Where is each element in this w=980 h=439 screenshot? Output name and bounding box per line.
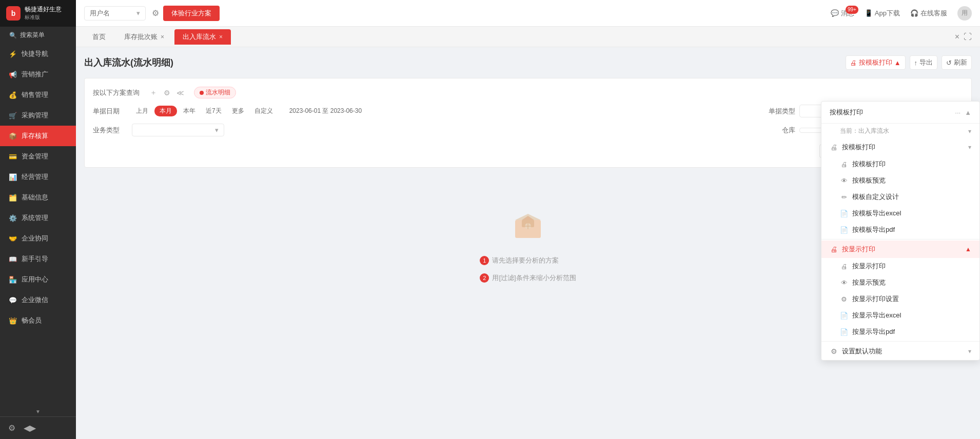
sidebar-item-inventory[interactable]: 📦 库存核算: [0, 126, 76, 146]
display-print-group-arrow-icon: ▲: [965, 246, 971, 253]
sub-template-excel-label: 按模板导出excel: [852, 209, 901, 218]
dropdown-display-preview[interactable]: 👁 按显示预览: [821, 274, 979, 291]
sidebar-item-guide[interactable]: 📖 新手引导: [0, 249, 76, 269]
app-download-btn[interactable]: 📱 App下载: [865, 9, 900, 18]
dropdown-header: 按模板打印 ··· ▲: [821, 102, 979, 124]
sidebar-item-finance[interactable]: 💳 资金管理: [0, 146, 76, 167]
sidebar-nav: ⚡ 快捷导航 📢 营销推广 💰 销售管理 🛒 采购管理 📦 库存核算 💳 资金管…: [0, 44, 76, 406]
sidebar-item-operation[interactable]: 📊 经营管理: [0, 167, 76, 187]
main-area: 用户名 ▾ ⚙ 体验行业方案 💬 消息 99+ 📱 App下载 🎧 在线客服 用: [76, 0, 980, 439]
biz-type-label: 业务类型: [93, 126, 124, 135]
sidebar-item-sales[interactable]: 💰 销售管理: [0, 85, 76, 105]
settings-icon[interactable]: ⚙: [8, 423, 15, 433]
message-btn[interactable]: 💬 消息 99+: [831, 9, 854, 18]
tab-flow-close-icon[interactable]: ×: [219, 33, 223, 41]
window-expand-icon[interactable]: ⛶: [964, 32, 972, 42]
tab-home[interactable]: 首页: [84, 29, 114, 45]
sidebar-item-basics[interactable]: 🗂️ 基础信息: [0, 187, 76, 208]
date-tab-last-month[interactable]: 上月: [132, 106, 152, 116]
operation-label: 经营管理: [22, 172, 48, 182]
dropdown-header-controls: ··· ▲: [955, 109, 971, 116]
user-avatar[interactable]: 用: [957, 6, 972, 21]
app-company-name: 畅捷通好生意: [25, 6, 62, 14]
date-tab-custom[interactable]: 自定义: [250, 106, 277, 116]
wechat-label: 企业微信: [22, 295, 48, 305]
window-close-icon[interactable]: ×: [955, 32, 959, 42]
sidebar-item-system[interactable]: ⚙️ 系统管理: [0, 208, 76, 228]
user-select-chevron-icon: ▾: [136, 9, 140, 17]
sidebar-item-purchase[interactable]: 🛒 采购管理: [0, 105, 76, 126]
sidebar-item-collab[interactable]: 🤝 企业协同: [0, 228, 76, 249]
template-print-group-header[interactable]: 🖨 按模板打印 ▾: [821, 138, 979, 156]
search-menu-item[interactable]: 🔍 搜索菜单: [0, 27, 76, 44]
finance-label: 资金管理: [22, 152, 48, 161]
sub-display-pdf-label: 按显示导出pdf: [852, 327, 895, 336]
refresh-btn[interactable]: ↺ 刷新: [942, 55, 972, 70]
sidebar-item-wechat[interactable]: 💬 企业微信: [0, 290, 76, 310]
dropdown-template-excel[interactable]: 📄 按模板导出excel: [821, 205, 979, 222]
topbar-gear-icon[interactable]: ⚙: [152, 8, 159, 18]
collapse-sidebar-icon[interactable]: ◀▶: [24, 423, 36, 433]
system-icon: ⚙️: [8, 213, 17, 223]
sidebar: b 畅捷通好生意 标准版 🔍 搜索菜单 ⚡ 快捷导航 📢 营销推广 💰 销售管理…: [0, 0, 76, 439]
sidebar-item-appstore[interactable]: 🏪 应用中心: [0, 269, 76, 290]
add-filter-btns: ＋ ⚙ ≪: [148, 87, 186, 98]
display-print-group-header[interactable]: 🖨 按显示打印 ▲: [821, 241, 979, 258]
dropdown-set-default[interactable]: ⚙ 设置默认功能 ▾: [821, 343, 979, 360]
doc-type-label: 单据类型: [769, 107, 795, 116]
template-print-group-label: 按模板打印: [842, 143, 964, 152]
dropdown-template-print[interactable]: 🖨 按模板打印: [821, 156, 979, 172]
online-service-label: 在线客服: [920, 9, 947, 18]
hint2-num: 2: [480, 273, 489, 283]
display-print-group-icon: 🖨: [830, 245, 838, 253]
tab-flow[interactable]: 出入库流水 ×: [174, 29, 231, 45]
trial-btn[interactable]: 体验行业方案: [163, 6, 220, 21]
dropdown-up-icon[interactable]: ▲: [965, 109, 971, 116]
quick-nav-label: 快捷导航: [22, 49, 48, 58]
sidebar-scroll-down[interactable]: ▼: [0, 406, 76, 416]
filter-collapse-icon[interactable]: ≪: [174, 87, 186, 98]
online-service-btn[interactable]: 🎧 在线客服: [910, 9, 947, 18]
page-title: 出入库流水(流水明细): [84, 56, 173, 69]
date-range-display: 2023-06-01 至 2023-06-30: [289, 107, 362, 115]
filter-settings-icon[interactable]: ⚙: [161, 87, 172, 98]
print-template-btn[interactable]: 🖨 按模板打印 ▲: [846, 55, 906, 70]
dropdown-display-print-settings[interactable]: ⚙ 按显示打印设置: [821, 291, 979, 307]
biz-type-select[interactable]: ▾: [132, 124, 224, 136]
sidebar-item-member[interactable]: 👑 畅会员: [0, 310, 76, 331]
date-label: 单据日期: [93, 107, 124, 116]
user-select-dropdown[interactable]: 用户名 ▾: [84, 6, 146, 21]
avatar-text: 用: [962, 9, 968, 17]
tab-batch-account[interactable]: 库存批次账 ×: [116, 29, 172, 45]
sub-template-pdf-icon: 📄: [840, 226, 848, 234]
app-version: 标准版: [25, 14, 62, 21]
hint1-text: 请先选择要分析的方案: [492, 254, 559, 267]
date-tab-last-7[interactable]: 近7天: [202, 106, 226, 116]
collab-label: 企业协同: [22, 234, 48, 243]
dropdown-display-print[interactable]: 🖨 按显示打印: [821, 258, 979, 274]
warehouse-label: 仓库: [782, 126, 795, 135]
sub-template-preview-icon: 👁: [840, 176, 848, 185]
filter-tag-dot: [200, 91, 204, 95]
add-filter-icon[interactable]: ＋: [148, 87, 159, 98]
dropdown-display-excel[interactable]: 📄 按显示导出excel: [821, 307, 979, 324]
dropdown-display-pdf[interactable]: 📄 按显示导出pdf: [821, 324, 979, 340]
sidebar-item-quick-nav[interactable]: ⚡ 快捷导航: [0, 44, 76, 64]
export-btn[interactable]: ↑ 导出: [910, 55, 938, 70]
marketing-label: 营销推广: [22, 70, 48, 79]
print-dropdown-panel: 按模板打印 ··· ▲ 当前：出入库流水 ▾ 🖨 按模板打印 ▾ 🖨 按模板打印: [821, 101, 980, 361]
sub-template-excel-icon: 📄: [840, 209, 848, 217]
dropdown-template-preview[interactable]: 👁 按模板预览: [821, 172, 979, 189]
tab-batch-account-close-icon[interactable]: ×: [161, 33, 164, 41]
dropdown-template-custom[interactable]: ✏ 模板自定义设计: [821, 189, 979, 205]
sub-template-print-label: 按模板打印: [852, 159, 886, 169]
dropdown-divider-2: [821, 341, 979, 342]
date-tab-more[interactable]: 更多: [228, 106, 248, 116]
dropdown-more-icon[interactable]: ···: [955, 109, 961, 116]
hint2-text: 用[过滤]条件来缩小分析范围: [492, 271, 576, 285]
date-tab-this-year[interactable]: 本年: [179, 106, 200, 116]
dropdown-template-pdf[interactable]: 📄 按模板导出pdf: [821, 222, 979, 238]
date-tab-this-month[interactable]: 本月: [154, 106, 177, 116]
date-tabs: 上月 本月 本年 近7天 更多 自定义: [132, 106, 277, 116]
sidebar-item-marketing[interactable]: 📢 营销推广: [0, 64, 76, 85]
